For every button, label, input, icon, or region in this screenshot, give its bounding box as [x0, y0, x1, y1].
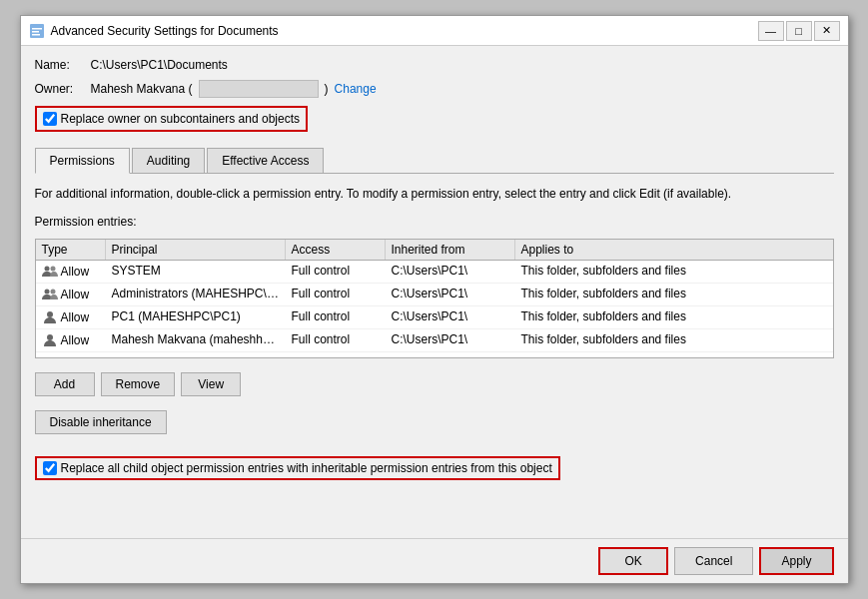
- owner-label: Owner:: [35, 82, 85, 96]
- title-bar-left: Advanced Security Settings for Documents: [29, 23, 279, 39]
- permission-table-container: Type Principal Access Inherited from App…: [35, 239, 834, 358]
- tabs-bar: Permissions Auditing Effective Access: [35, 148, 834, 174]
- permission-entries-label: Permission entries:: [35, 215, 834, 229]
- restore-button[interactable]: □: [786, 21, 812, 41]
- access-cell: Full control: [286, 329, 386, 351]
- inherited_from-cell: C:\Users\PC1\: [386, 261, 515, 283]
- window-title: Advanced Security Settings for Documents: [51, 24, 279, 38]
- name-label: Name:: [35, 58, 85, 72]
- inherited_from-cell: C:\Users\PC1\: [386, 306, 515, 328]
- bottom-bar: OK Cancel Apply: [21, 538, 848, 583]
- name-row: Name: C:\Users\PC1\Documents: [35, 58, 834, 72]
- users-icon: [42, 287, 58, 302]
- table-row[interactable]: AllowAdministrators (MAHESHPC\A...Full c…: [36, 284, 833, 306]
- svg-point-4: [44, 266, 49, 271]
- main-window: Advanced Security Settings for Documents…: [20, 15, 849, 584]
- table-row[interactable]: AllowMahesh Makvana (maheshhari...Full c…: [36, 329, 833, 352]
- type-cell: Allow: [36, 306, 106, 328]
- info-text: For additional information, double-click…: [35, 186, 834, 203]
- owner-input-box: [199, 80, 319, 98]
- access-cell: Full control: [286, 306, 386, 328]
- type-label: Allow: [61, 288, 90, 301]
- svg-point-9: [47, 334, 53, 340]
- svg-point-8: [47, 311, 53, 317]
- svg-rect-3: [32, 34, 40, 36]
- access-cell: Full control: [286, 284, 386, 305]
- add-button[interactable]: Add: [35, 372, 95, 396]
- tab-auditing[interactable]: Auditing: [132, 148, 205, 173]
- applies_to-cell: This folder, subfolders and files: [515, 306, 695, 328]
- type-cell: Allow: [36, 329, 106, 351]
- col-type: Type: [36, 240, 106, 260]
- type-cell: Allow: [36, 261, 106, 283]
- type-label: Allow: [61, 333, 90, 347]
- replace-owner-checkbox[interactable]: [43, 112, 57, 126]
- window-icon: [29, 23, 45, 39]
- owner-close-paren: ): [325, 82, 329, 96]
- user-icon: [42, 309, 58, 325]
- type-cell: Allow: [36, 284, 106, 305]
- close-button[interactable]: ✕: [814, 21, 840, 41]
- svg-rect-1: [32, 28, 42, 30]
- access-cell: Full control: [286, 261, 386, 283]
- applies_to-cell: This folder, subfolders and files: [515, 284, 695, 305]
- applies_to-cell: This folder, subfolders and files: [515, 329, 695, 351]
- principal-cell: Mahesh Makvana (maheshhari...: [106, 329, 286, 351]
- owner-row: Owner: Mahesh Makvana ( ) Change: [35, 80, 834, 98]
- minimize-button[interactable]: —: [758, 21, 784, 41]
- col-inherited: Inherited from: [386, 240, 515, 260]
- cancel-button[interactable]: Cancel: [674, 547, 753, 575]
- table-row[interactable]: AllowSYSTEMFull controlC:\Users\PC1\This…: [36, 261, 833, 284]
- principal-cell: PC1 (MAHESHPC\PC1): [106, 306, 286, 328]
- replace-owner-checkbox-row[interactable]: Replace owner on subcontainers and objec…: [35, 106, 308, 132]
- table-header: Type Principal Access Inherited from App…: [36, 240, 833, 261]
- action-buttons-row: Add Remove View: [35, 372, 834, 396]
- col-principal: Principal: [106, 240, 286, 260]
- replace-child-label: Replace all child object permission entr…: [61, 461, 552, 475]
- replace-child-checkbox-row[interactable]: Replace all child object permission entr…: [35, 456, 560, 480]
- table-body: AllowSYSTEMFull controlC:\Users\PC1\This…: [36, 261, 833, 352]
- applies_to-cell: This folder, subfolders and files: [515, 261, 695, 283]
- principal-cell: Administrators (MAHESHPC\A...: [106, 284, 286, 305]
- apply-button[interactable]: Apply: [759, 547, 833, 575]
- content-area: Name: C:\Users\PC1\Documents Owner: Mahe…: [21, 46, 848, 538]
- tab-effective-access[interactable]: Effective Access: [207, 148, 324, 173]
- svg-rect-2: [32, 31, 39, 33]
- view-button[interactable]: View: [181, 372, 241, 396]
- user-icon: [42, 332, 58, 348]
- inherited_from-cell: C:\Users\PC1\: [386, 329, 515, 351]
- owner-name: Mahesh Makvana (: [91, 82, 193, 96]
- svg-point-5: [50, 266, 55, 271]
- principal-cell: SYSTEM: [106, 261, 286, 283]
- col-applies: Applies to: [515, 240, 695, 260]
- users-icon: [42, 264, 58, 280]
- svg-point-6: [44, 289, 49, 294]
- replace-owner-label: Replace owner on subcontainers and objec…: [61, 112, 300, 126]
- type-label: Allow: [61, 265, 90, 279]
- tab-permissions[interactable]: Permissions: [35, 148, 130, 174]
- title-buttons: — □ ✕: [758, 21, 840, 41]
- svg-point-7: [50, 289, 55, 294]
- change-owner-link[interactable]: Change: [335, 82, 377, 96]
- replace-child-checkbox[interactable]: [43, 461, 57, 475]
- name-value: C:\Users\PC1\Documents: [91, 58, 228, 72]
- inherited_from-cell: C:\Users\PC1\: [386, 284, 515, 305]
- ok-button[interactable]: OK: [598, 547, 668, 575]
- col-access: Access: [286, 240, 386, 260]
- disable-inheritance-button[interactable]: Disable inheritance: [35, 410, 167, 434]
- title-bar: Advanced Security Settings for Documents…: [21, 16, 848, 46]
- table-row[interactable]: AllowPC1 (MAHESHPC\PC1)Full controlC:\Us…: [36, 306, 833, 329]
- remove-button[interactable]: Remove: [101, 372, 176, 396]
- type-label: Allow: [61, 310, 90, 324]
